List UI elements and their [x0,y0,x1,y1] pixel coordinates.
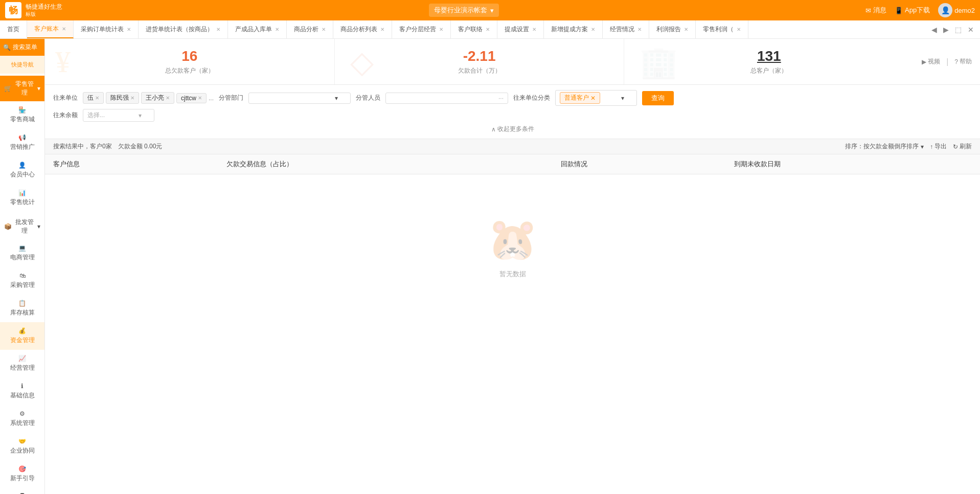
tab-customer-contact-close[interactable]: ✕ [486,27,490,32]
sidebar-item-inventory-label: 库存核算 [10,308,35,317]
sidebar-item-member[interactable]: 👤 会员中心 [0,156,44,184]
filter-tag-wang[interactable]: 王小亮 ✕ [141,92,174,104]
sidebar-item-retail-shop[interactable]: 🏪 零售商城 [0,101,44,129]
nav-next-btn[interactable]: ▶ [941,25,951,35]
sidebar-item-purchase[interactable]: 🛍 采购管理 [0,267,44,295]
sidebar-item-marketing[interactable]: 📢 营销推广 [0,129,44,156]
tab-retail-profit-close[interactable]: ✕ [737,27,741,32]
filter-tag-chen[interactable]: 陈民强 ✕ [106,92,139,104]
tab-promo-settings-close[interactable]: ✕ [532,27,536,32]
sidebar-item-quick-nav[interactable]: 快捷导航 [0,56,44,74]
app-download-btn[interactable]: 📱 App下载 [895,6,930,15]
filter-unit-class-tag[interactable]: 普通客户 ✕ [560,92,600,104]
user-menu[interactable]: 👤 demo2 [938,3,975,17]
tab-home-label: 首页 [7,25,19,34]
empty-state: 🐹 暂无数据 [45,174,980,320]
sidebar-item-app-center[interactable]: 📱 应用中心 [0,488,44,494]
filter-more-btn[interactable]: ... [209,95,214,102]
results-left: 搜索结果中，客户0家 欠款金额 0.00元 [53,142,162,151]
query-button[interactable]: 查询 [642,91,674,105]
tab-profit-report-close[interactable]: ✕ [684,27,688,32]
filter-tag-wu-close[interactable]: ✕ [95,95,99,101]
tab-purchase-order[interactable]: 采购订单统计表 ✕ [74,20,139,38]
sidebar-item-retail-stats[interactable]: 📊 零售统计 [0,184,44,212]
tab-promo-settings[interactable]: 提成设置 ✕ [497,20,544,38]
sidebar-item-inventory[interactable]: 📋 库存核算 [0,295,44,322]
refresh-btn[interactable]: ↻ 刷新 [953,142,972,151]
sidebar-item-batch[interactable]: 📦 批发管理 ▾ [0,214,44,239]
tab-new-promo-label: 新增提成方案 [551,25,588,34]
video-icon: ▶ [922,58,926,65]
store-chevron-icon: ▾ [490,7,494,14]
tab-product-in-close[interactable]: ✕ [275,27,279,32]
finance-icon: 💰 [18,327,26,334]
filter-tag-cjttcw[interactable]: cjttcw ✕ [176,93,207,103]
filter-amount-select[interactable]: 选择... ▾ [83,109,154,122]
filter-person-input[interactable]: ··· [385,93,508,104]
sidebar-item-newbie[interactable]: 🎯 新手引导 [0,460,44,488]
tab-new-promo-close[interactable]: ✕ [591,27,595,32]
nav-close-all-btn[interactable]: ✕ [966,25,976,35]
filter-tag-chen-close[interactable]: ✕ [130,95,134,101]
store-selector[interactable]: 母婴行业演示帐套 ▾ [429,4,499,17]
nav-expand-btn[interactable]: ⬚ [953,25,964,35]
tab-product-analysis[interactable]: 商品分析 ✕ [287,20,333,38]
newbie-icon: 🎯 [18,465,26,473]
batch-icon: 📦 [4,223,12,230]
tab-customer-contact[interactable]: 客户联络 ✕ [451,20,497,38]
export-btn[interactable]: ↑ 导出 [930,142,947,151]
filter-dept-select[interactable]: ▾ [248,93,351,104]
avatar: 👤 [938,3,952,17]
filter-tag-wang-close[interactable]: ✕ [166,95,170,101]
video-btn[interactable]: ▶ 视频 [922,57,940,66]
tab-home[interactable]: 首页 [0,20,27,38]
tab-new-promo[interactable]: 新增提成方案 ✕ [544,20,603,38]
sidebar-item-sys-mgmt[interactable]: ⚙ 系统管理 [0,405,44,433]
filter-tag-cjttcw-close[interactable]: ✕ [198,95,202,101]
tab-product-analysis-list[interactable]: 商品分析列表 ✕ [333,20,392,38]
tab-customers-close[interactable]: ✕ [62,26,66,32]
sidebar-item-basic-info[interactable]: ℹ 基础信息 [0,377,44,405]
collapse-btn[interactable]: ∧ 收起更多条件 [53,125,972,133]
tab-purchase-stats-close[interactable]: ✕ [216,27,220,32]
col-owe-info: 欠款交易信息（占比） [218,154,553,174]
sidebar-item-ecommerce[interactable]: 💻 电商管理 [0,239,44,267]
tab-product-analysis-close[interactable]: ✕ [322,27,326,32]
help-btn[interactable]: ? 帮助 [954,57,972,66]
export-icon: ↑ [930,143,933,150]
tab-customer-segment-label: 客户分层经营 [399,25,436,34]
nav-prev-btn[interactable]: ◀ [929,25,939,35]
table-wrap: 客户信息 欠款交易信息（占比） 回款情况 到期未收款日期 🐹 暂无数据 [45,154,980,494]
sidebar-search[interactable]: 🔍 搜索菜单 [0,39,44,56]
tab-product-in[interactable]: 产成品入库单 ✕ [228,20,287,38]
filter-unit-class-tag-close[interactable]: ✕ [590,95,596,102]
stat-total-customers: 🏢 131 总客户（家） [624,39,914,84]
filter-tag-wu[interactable]: 伍 ✕ [83,92,104,104]
tab-product-in-label: 产成品入库单 [235,25,272,34]
sidebar-item-retail[interactable]: 🛒 零售管理 ▾ [0,76,44,101]
tab-retail-profit[interactable]: 零售利润（ ✕ [696,20,748,38]
tab-profit-report[interactable]: 利润报告 ✕ [649,20,696,38]
logo-subtitle: 标版 [26,11,62,17]
sort-select[interactable]: 排序：按欠款金额倒序排序 ▾ [845,142,924,151]
tab-customer-segment[interactable]: 客户分层经营 ✕ [392,20,451,38]
tab-ops-status-close[interactable]: ✕ [637,27,642,32]
refresh-label: 刷新 [960,142,972,151]
content-area: ¥ 16 总欠款客户（家） ◇ -2.11 欠款合计（万） 🏢 131 总客户（… [45,39,980,494]
filter-unit-class-chevron-icon: ▾ [621,95,624,102]
message-btn[interactable]: ✉ 消息 [865,6,886,15]
stats-bar-right: ▶ 视频 | ? 帮助 [914,57,980,66]
nav-tabs-actions: ◀ ▶ ⬚ ✕ [925,20,980,38]
sidebar-item-finance[interactable]: 💰 资金管理 [0,322,44,350]
sidebar-item-enterprise[interactable]: 🤝 企业协同 [0,433,44,460]
tab-customers[interactable]: 客户账本 ✕ [27,20,74,38]
tab-ops-status[interactable]: 经营情况 ✕ [603,20,649,38]
tab-purchase-order-close[interactable]: ✕ [127,27,131,32]
sidebar-item-retail-shop-label: 零售商城 [10,115,35,124]
tab-product-analysis-list-close[interactable]: ✕ [380,27,384,32]
tab-purchase-stats[interactable]: 进货单统计表（按商品） ✕ [139,20,228,38]
filter-unit-class-select[interactable]: 普通客户 ✕ ▾ [555,90,637,106]
sort-chevron-icon: ▾ [921,143,924,150]
tab-customer-segment-close[interactable]: ✕ [439,27,443,32]
sidebar-item-operations[interactable]: 📈 经营管理 [0,350,44,377]
